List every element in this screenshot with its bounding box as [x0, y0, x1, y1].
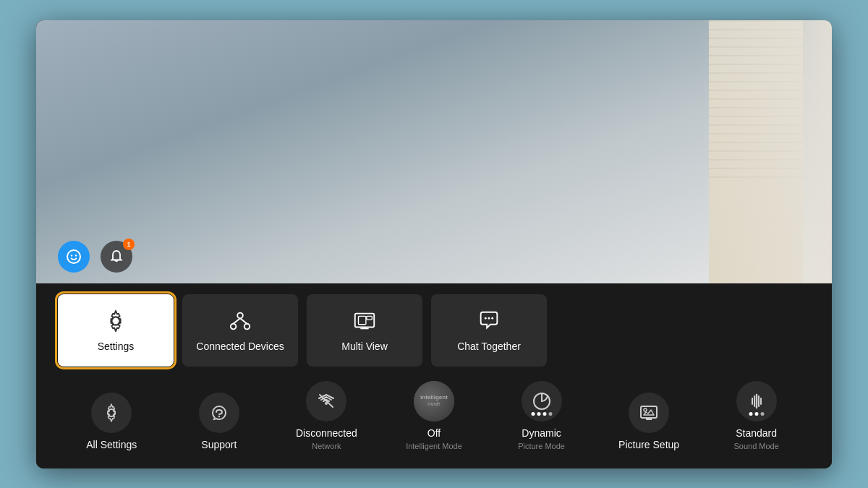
- quick-item-picture-mode[interactable]: Dynamic Picture Mode: [498, 381, 585, 450]
- sound-mode-label-sub: Sound Mode: [733, 442, 778, 450]
- intelligent-mode-label-sub: Intelligent Mode: [406, 442, 462, 450]
- svg-point-4: [237, 312, 243, 318]
- tv-frame: 1 Settings: [36, 20, 832, 468]
- quick-item-picture-setup[interactable]: Picture Setup: [605, 393, 692, 450]
- svg-rect-11: [367, 316, 373, 320]
- quick-item-all-settings[interactable]: All Settings: [68, 393, 155, 450]
- picture-setup-label: Picture Setup: [618, 439, 679, 450]
- svg-point-5: [231, 323, 237, 329]
- connected-devices-label: Connected Devices: [196, 341, 284, 352]
- svg-point-14: [485, 317, 487, 319]
- bottom-panel: Settings Connected Devices: [36, 283, 832, 468]
- svg-point-18: [218, 415, 220, 416]
- quick-item-support[interactable]: Support: [176, 393, 263, 450]
- svg-point-6: [244, 323, 250, 329]
- svg-point-16: [491, 317, 493, 319]
- main-nav: Settings Connected Devices: [58, 283, 810, 381]
- svg-rect-9: [355, 313, 374, 327]
- nav-card-chat-together[interactable]: Chat Together: [431, 294, 547, 367]
- svg-point-1: [71, 254, 72, 256]
- svg-point-2: [75, 254, 77, 256]
- notification-button[interactable]: 1: [101, 241, 132, 273]
- intelligent-mode-icon-wrap: intelligent mode: [414, 381, 454, 421]
- network-label-main: Disconnected: [296, 427, 357, 439]
- multi-view-label: Multi View: [341, 341, 388, 352]
- settings-label: Settings: [98, 341, 135, 352]
- intelligent-mode-label-main: Off: [427, 427, 441, 439]
- chat-together-label: Chat Together: [457, 341, 521, 352]
- svg-line-7: [234, 318, 240, 324]
- quick-item-sound-mode[interactable]: Standard Sound Mode: [713, 381, 800, 450]
- picture-mode-icon-wrap: [522, 381, 562, 421]
- support-label: Support: [201, 439, 237, 450]
- quick-item-network[interactable]: Disconnected Network: [283, 381, 370, 450]
- notification-badge: 1: [123, 239, 135, 250]
- svg-point-17: [108, 409, 115, 416]
- svg-rect-10: [359, 316, 366, 324]
- preview-toolbar: 1: [58, 241, 132, 273]
- quick-item-intelligent-mode[interactable]: intelligent mode Off Intelligent Mode: [391, 381, 477, 450]
- all-settings-label: All Settings: [86, 439, 137, 450]
- quick-settings: All Settings Support: [58, 381, 810, 454]
- smile-button[interactable]: [58, 241, 90, 273]
- nav-card-connected-devices[interactable]: Connected Devices: [182, 294, 298, 367]
- network-icon-wrap: [306, 381, 346, 421]
- sound-mode-label-main: Standard: [736, 427, 777, 439]
- nav-card-settings[interactable]: Settings: [58, 294, 174, 367]
- svg-point-23: [644, 408, 647, 411]
- picture-setup-icon-wrap: [629, 393, 669, 433]
- network-label-sub: Network: [312, 442, 341, 450]
- support-icon-wrap: [199, 393, 239, 433]
- nav-card-multi-view[interactable]: Multi View: [307, 294, 422, 367]
- all-settings-icon-wrap: [91, 393, 132, 433]
- picture-mode-label-sub: Picture Mode: [518, 442, 565, 450]
- svg-line-8: [240, 318, 247, 324]
- svg-point-0: [67, 250, 80, 263]
- svg-point-15: [488, 317, 490, 319]
- window-blind: [709, 20, 803, 283]
- picture-mode-label-main: Dynamic: [522, 427, 561, 439]
- preview-area: 1: [36, 20, 832, 283]
- sound-mode-icon-wrap: [736, 381, 777, 421]
